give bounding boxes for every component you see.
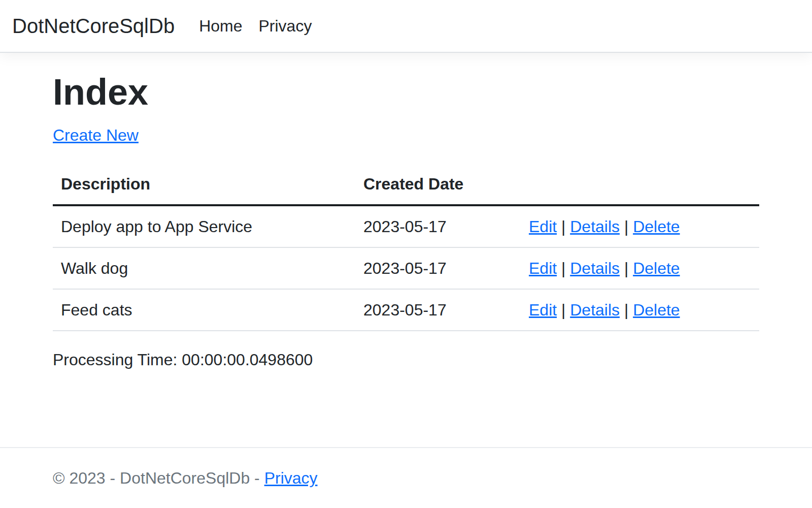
cell-description: Walk dog bbox=[53, 247, 355, 289]
cell-created-date: 2023-05-17 bbox=[355, 205, 521, 247]
cell-created-date: 2023-05-17 bbox=[355, 247, 521, 289]
table-row: Feed cats 2023-05-17 Edit | Details | De… bbox=[53, 289, 759, 331]
table-header-row: Description Created Date bbox=[53, 164, 759, 205]
details-link[interactable]: Details bbox=[570, 259, 620, 277]
action-separator: | bbox=[561, 259, 565, 277]
processing-time: Processing Time: 00:00:00.0498600 bbox=[53, 347, 759, 372]
footer-privacy-link[interactable]: Privacy bbox=[264, 469, 318, 487]
delete-link[interactable]: Delete bbox=[633, 217, 680, 236]
nav-link-home[interactable]: Home bbox=[191, 6, 250, 46]
edit-link[interactable]: Edit bbox=[529, 217, 557, 236]
cell-description: Feed cats bbox=[53, 289, 355, 331]
create-new-link[interactable]: Create New bbox=[53, 126, 139, 144]
navbar: DotNetCoreSqlDb Home Privacy bbox=[0, 0, 812, 53]
column-header-description: Description bbox=[53, 164, 355, 205]
details-link[interactable]: Details bbox=[570, 217, 620, 236]
cell-actions: Edit | Details | Delete bbox=[521, 205, 759, 247]
column-header-actions bbox=[521, 164, 759, 205]
delete-link[interactable]: Delete bbox=[633, 259, 680, 277]
create-new-paragraph: Create New bbox=[53, 123, 759, 147]
site-header: DotNetCoreSqlDb Home Privacy bbox=[0, 0, 812, 53]
main-content: Index Create New Description Created Dat… bbox=[53, 69, 759, 372]
todo-items-table: Description Created Date Deploy app to A… bbox=[53, 164, 759, 331]
cell-description: Deploy app to App Service bbox=[53, 205, 355, 247]
table-row: Walk dog 2023-05-17 Edit | Details | Del… bbox=[53, 247, 759, 289]
cell-created-date: 2023-05-17 bbox=[355, 289, 521, 331]
action-separator: | bbox=[624, 217, 628, 236]
action-separator: | bbox=[624, 301, 628, 319]
column-header-created-date: Created Date bbox=[355, 164, 521, 205]
main-container: Index Create New Description Created Dat… bbox=[41, 69, 771, 372]
site-footer: © 2023 - DotNetCoreSqlDb - Privacy bbox=[0, 447, 812, 508]
action-separator: | bbox=[561, 301, 565, 319]
edit-link[interactable]: Edit bbox=[529, 301, 557, 319]
table-row: Deploy app to App Service 2023-05-17 Edi… bbox=[53, 205, 759, 247]
delete-link[interactable]: Delete bbox=[633, 301, 680, 319]
edit-link[interactable]: Edit bbox=[529, 259, 557, 277]
processing-time-value: 00:00:00.0498600 bbox=[182, 351, 313, 369]
action-separator: | bbox=[561, 217, 565, 236]
copyright-text: © 2023 - DotNetCoreSqlDb - bbox=[53, 469, 260, 487]
action-separator: | bbox=[624, 259, 628, 277]
page-title: Index bbox=[53, 69, 759, 115]
nav-link-privacy[interactable]: Privacy bbox=[251, 6, 320, 46]
processing-time-label: Processing Time: bbox=[53, 351, 177, 369]
brand-link[interactable]: DotNetCoreSqlDb bbox=[12, 11, 175, 41]
cell-actions: Edit | Details | Delete bbox=[521, 247, 759, 289]
details-link[interactable]: Details bbox=[570, 301, 620, 319]
footer-container: © 2023 - DotNetCoreSqlDb - Privacy bbox=[41, 448, 771, 508]
cell-actions: Edit | Details | Delete bbox=[521, 289, 759, 331]
